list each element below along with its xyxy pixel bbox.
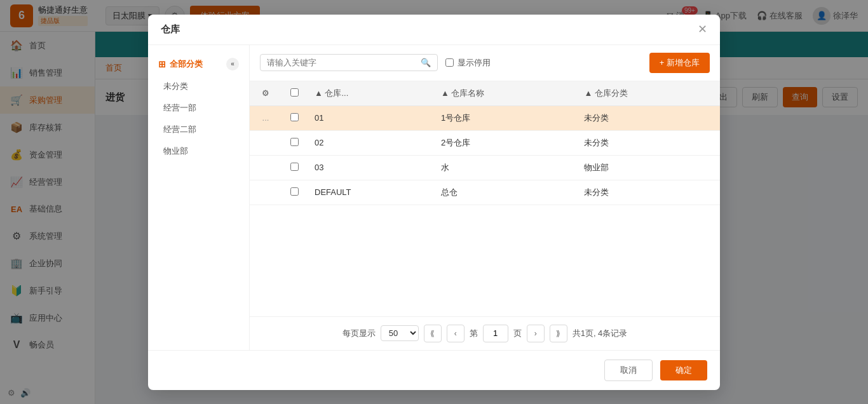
col-category: ▲ 仓库分类	[576, 81, 720, 106]
row-checkbox-1[interactable]	[281, 105, 307, 130]
show-disabled-checkbox[interactable]	[445, 58, 454, 67]
col-name: ▲ 仓库名称	[433, 81, 577, 106]
row-check-2[interactable]	[290, 138, 299, 146]
category-item-property[interactable]: 物业部	[148, 140, 249, 162]
next-page-btn[interactable]: ›	[527, 325, 545, 342]
all-categories-header[interactable]: ⊞ 全部分类 «	[148, 53, 249, 76]
page-label: 页	[513, 328, 522, 339]
row-checkbox-3[interactable]	[281, 155, 307, 180]
row-name-2: 2号仓库	[433, 130, 577, 155]
modal-overlay[interactable]: 仓库 ✕ ⊞ 全部分类 « 未分类 经营一部 经营二部 物业部	[0, 0, 868, 404]
collapse-sidebar-btn[interactable]: «	[226, 58, 239, 71]
modal-body: ⊞ 全部分类 « 未分类 经营一部 经营二部 物业部 🔍	[148, 45, 720, 350]
modal-title: 仓库	[161, 24, 180, 36]
row-name-1: 1号仓库	[433, 105, 577, 130]
per-page-select[interactable]: 50 100 200	[381, 325, 419, 341]
per-page-label: 每页显示	[342, 328, 376, 339]
row-cat-3: 物业部	[576, 155, 720, 180]
row-checkbox-4[interactable]	[281, 180, 307, 205]
row-gear-3	[250, 155, 281, 180]
table-header: ⚙ ▲ 仓库... ▲ 仓库名称	[250, 81, 720, 106]
category-item-dept1[interactable]: 经营一部	[148, 97, 249, 119]
modal-toolbar: 🔍 显示停用 + 新增仓库	[250, 45, 720, 81]
table-row[interactable]: ... 01 1号仓库 未分类	[250, 105, 720, 130]
row-gear-1: ...	[250, 105, 281, 130]
table-body: ... 01 1号仓库 未分类 02 2号仓库	[250, 105, 720, 205]
row-name-3: 水	[433, 155, 577, 180]
modal-main-panel: 🔍 显示停用 + 新增仓库 ⚙	[250, 45, 720, 350]
last-page-btn[interactable]: ⟫	[550, 325, 567, 342]
show-disabled-label[interactable]: 显示停用	[445, 57, 491, 69]
modal-header: 仓库 ✕	[148, 15, 720, 45]
row-check-4[interactable]	[290, 187, 299, 196]
col-gear: ⚙	[250, 81, 281, 106]
category-item-dept2[interactable]: 经营二部	[148, 119, 249, 140]
row-code-3: 03	[307, 155, 433, 180]
prev-page-btn[interactable]: ‹	[447, 325, 465, 342]
row-cat-4: 未分类	[576, 180, 720, 205]
total-info: 共1页, 4条记录	[573, 328, 628, 339]
show-disabled-text: 显示停用	[458, 57, 491, 69]
row-code-4: DEFAULT	[307, 180, 433, 205]
grid-icon: ⊞	[158, 59, 166, 69]
col-code: ▲ 仓库...	[307, 81, 433, 106]
table-row[interactable]: 03 水 物业部	[250, 155, 720, 180]
confirm-button[interactable]: 确定	[660, 360, 707, 380]
warehouse-modal: 仓库 ✕ ⊞ 全部分类 « 未分类 经营一部 经营二部 物业部	[148, 15, 720, 390]
cancel-button[interactable]: 取消	[604, 360, 653, 381]
row-code-1: 01	[307, 105, 433, 130]
page-word: 第	[470, 328, 478, 339]
search-box: 🔍	[260, 54, 438, 71]
page-number-input[interactable]	[483, 325, 508, 342]
select-all-checkbox[interactable]	[290, 88, 299, 97]
modal-footer: 取消 确定	[148, 350, 720, 390]
search-input[interactable]	[267, 58, 421, 67]
col-checkbox	[281, 81, 307, 106]
row-name-4: 总仓	[433, 180, 577, 205]
row-cat-1: 未分类	[576, 105, 720, 130]
modal-close-button[interactable]: ✕	[698, 24, 707, 35]
row-cat-2: 未分类	[576, 130, 720, 155]
row-gear-4	[250, 180, 281, 205]
warehouse-table: ⚙ ▲ 仓库... ▲ 仓库名称	[250, 81, 720, 205]
row-check-3[interactable]	[290, 163, 299, 171]
all-categories-label: 全部分类	[170, 58, 203, 70]
table-row[interactable]: 02 2号仓库 未分类	[250, 130, 720, 155]
modal-table: ⚙ ▲ 仓库... ▲ 仓库名称	[250, 81, 720, 316]
modal-category-sidebar: ⊞ 全部分类 « 未分类 经营一部 经营二部 物业部	[148, 45, 250, 350]
category-item-unclassified[interactable]: 未分类	[148, 76, 249, 97]
row-gear-2	[250, 130, 281, 155]
modal-pagination: 每页显示 50 100 200 ⟪ ‹ 第 页 › ⟫ 共1页, 4条记录	[250, 316, 720, 350]
row-check-1[interactable]	[290, 113, 299, 121]
add-warehouse-btn[interactable]: + 新增仓库	[649, 53, 710, 73]
first-page-btn[interactable]: ⟪	[424, 325, 442, 342]
row-checkbox-2[interactable]	[281, 130, 307, 155]
row-code-2: 02	[307, 130, 433, 155]
row-action-1[interactable]: ...	[262, 113, 269, 123]
table-row[interactable]: DEFAULT 总仓 未分类	[250, 180, 720, 205]
search-icon: 🔍	[421, 58, 431, 67]
